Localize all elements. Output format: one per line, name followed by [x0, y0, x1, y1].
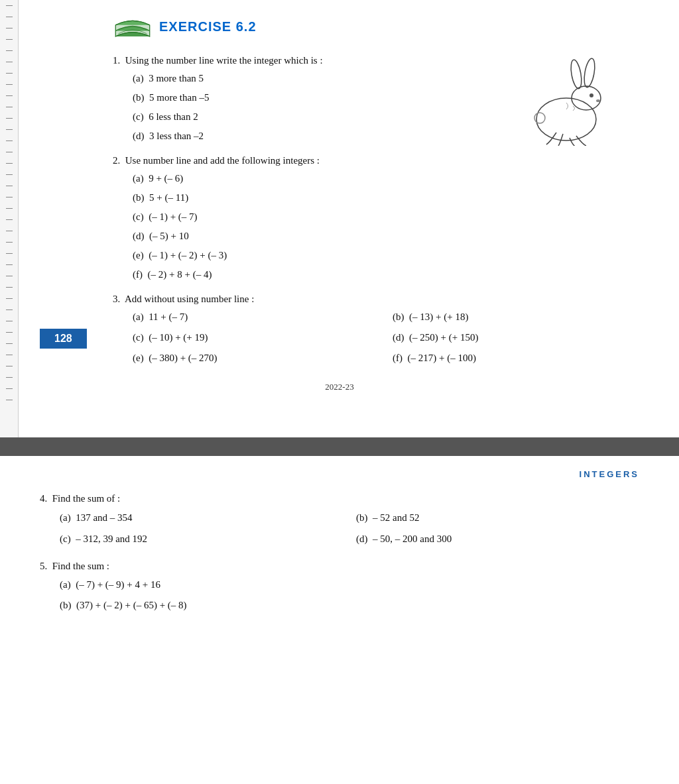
- part-label: (e): [133, 353, 146, 363]
- list-item: (a) 9 + (– 6): [133, 170, 639, 188]
- part-text: 11 + (– 7): [149, 311, 188, 322]
- part-label: (b): [133, 92, 147, 103]
- part-label: (e): [133, 250, 146, 260]
- list-item: (b) 5 + (– 11): [133, 189, 639, 207]
- list-item: (a) 3 more than 5: [133, 70, 639, 87]
- list-item: (d) – 50, – 200 and 300: [356, 530, 639, 549]
- part-label: (f): [393, 353, 405, 363]
- list-item: (d) (– 250) + (+ 150): [393, 329, 639, 347]
- part-label: (d): [133, 231, 147, 241]
- exercise-title: EXERCISE 6.2: [159, 19, 257, 34]
- part-label: (b): [356, 512, 370, 523]
- part-label: (d): [133, 131, 147, 141]
- part-text: – 52 and 52: [373, 512, 419, 523]
- part-text: (– 10) + (+ 19): [149, 332, 208, 343]
- list-item: (a) 137 and – 354: [60, 508, 343, 528]
- part-label: (d): [356, 533, 370, 544]
- part-text: 3 less than –2: [149, 131, 204, 141]
- question-4: 4. Find the sum of : (a) 137 and – 354 (…: [40, 489, 639, 550]
- question-3-text: Add without using number line :: [125, 294, 254, 304]
- part-text: 9 + (– 6): [149, 173, 183, 184]
- question-2: 2. Use number line and add the following…: [113, 152, 639, 284]
- list-item: (c) – 312, 39 and 192: [60, 530, 343, 549]
- part-label: (a): [60, 512, 73, 523]
- part-text: (– 217) + (– 100): [408, 353, 476, 363]
- page-bottom: INTEGERS 4. Find the sum of : (a) 137 an…: [0, 456, 679, 655]
- part-text: – 312, 39 and 192: [76, 533, 147, 544]
- question-4-parts: (a) 137 and – 354 (b) – 52 and 52 (c) – …: [60, 508, 639, 550]
- part-label: (a): [133, 73, 146, 84]
- part-text: (– 380) + (– 270): [149, 353, 217, 363]
- question-5-num: 5.: [40, 561, 50, 571]
- question-4-num: 4.: [40, 493, 50, 504]
- list-item: (c) (– 10) + (+ 19): [133, 329, 379, 347]
- page-divider: [0, 437, 679, 456]
- question-3-parts: (a) 11 + (– 7) (b) (– 13) + (+ 18) (c) (…: [133, 308, 639, 368]
- part-text: (– 2) + 8 + (– 4): [148, 269, 212, 280]
- exercise-header: EXERCISE 6.2: [113, 13, 639, 40]
- list-item: (e) (– 1) + (– 2) + (– 3): [133, 247, 639, 264]
- list-item: (b) – 52 and 52: [356, 508, 639, 528]
- list-item: (b) 5 more than –5: [133, 89, 639, 107]
- part-label: (c): [133, 111, 146, 122]
- part-text: (– 7) + (– 9) + 4 + 16: [76, 579, 160, 590]
- question-4-text: Find the sum of :: [52, 493, 121, 504]
- part-label: (f): [133, 269, 145, 280]
- part-label: (b): [60, 600, 74, 610]
- part-text: (– 13) + (+ 18): [409, 311, 468, 322]
- question-3: 3. Add without using number line : (a) 1…: [113, 290, 639, 368]
- section-label: INTEGERS: [580, 469, 639, 479]
- list-item: (c) (– 1) + (– 7): [133, 208, 639, 226]
- question-1-text: Using the number line write the integer …: [125, 55, 323, 66]
- list-item: (c) 6 less than 2: [133, 108, 639, 126]
- part-label: (c): [133, 332, 146, 343]
- part-text: – 50, – 200 and 300: [373, 533, 452, 544]
- part-label: (a): [133, 173, 146, 184]
- question-5-text: Find the sum :: [52, 561, 109, 571]
- question-2-num: 2.: [113, 155, 123, 166]
- part-text: 6 less than 2: [149, 111, 198, 122]
- list-item: (b) (37) + (– 2) + (– 65) + (– 8): [60, 596, 639, 615]
- part-label: (d): [393, 332, 406, 343]
- question-1-num: 1.: [113, 55, 123, 66]
- ruler: [0, 0, 19, 437]
- bottom-content: 4. Find the sum of : (a) 137 and – 354 (…: [40, 489, 639, 614]
- list-item: (f) (– 2) + 8 + (– 4): [133, 266, 639, 284]
- part-text: (37) + (– 2) + (– 65) + (– 8): [76, 600, 187, 610]
- list-item: (e) (– 380) + (– 270): [133, 349, 379, 367]
- list-item: (a) (– 7) + (– 9) + 4 + 16: [60, 575, 639, 594]
- part-label: (a): [60, 579, 73, 590]
- part-text: 3 more than 5: [149, 73, 204, 84]
- part-text: (– 250) + (+ 150): [409, 332, 478, 343]
- question-5-parts: (a) (– 7) + (– 9) + 4 + 16 (b) (37) + (–…: [60, 575, 639, 614]
- list-item: (d) (– 5) + 10: [133, 227, 639, 245]
- question-5: 5. Find the sum : (a) (– 7) + (– 9) + 4 …: [40, 557, 639, 615]
- list-item: (f) (– 217) + (– 100): [393, 349, 639, 367]
- book-icon: [113, 13, 153, 40]
- part-text: 137 and – 354: [76, 512, 132, 523]
- part-label: (a): [133, 311, 146, 322]
- page-number: 128: [54, 333, 72, 344]
- year-footer: 2022-23: [40, 375, 639, 406]
- part-label: (c): [133, 211, 146, 222]
- part-text: 5 + (– 11): [149, 192, 188, 203]
- part-label: (b): [133, 192, 147, 203]
- question-1-parts: (a) 3 more than 5 (b) 5 more than –5 (c)…: [133, 70, 639, 145]
- question-1-section: 1. Using the number line write the integ…: [113, 52, 639, 368]
- list-item: (a) 11 + (– 7): [133, 308, 379, 326]
- part-label: (b): [393, 311, 406, 322]
- part-text: (– 1) + (– 2) + (– 3): [149, 250, 227, 260]
- question-3-num: 3.: [113, 294, 123, 304]
- part-text: (– 5) + 10: [149, 231, 189, 241]
- part-label: (c): [60, 533, 73, 544]
- part-text: 5 more than –5: [149, 92, 209, 103]
- part-text: (– 1) + (– 7): [149, 211, 197, 222]
- question-1: 1. Using the number line write the integ…: [113, 52, 639, 145]
- question-2-text: Use number line and add the following in…: [125, 155, 320, 166]
- year-text: 2022-23: [325, 382, 353, 392]
- page-number-badge: 128: [40, 329, 87, 349]
- list-item: (b) (– 13) + (+ 18): [393, 308, 639, 326]
- question-2-parts: (a) 9 + (– 6) (b) 5 + (– 11) (c) (– 1) +…: [133, 170, 639, 284]
- list-item: (d) 3 less than –2: [133, 127, 639, 145]
